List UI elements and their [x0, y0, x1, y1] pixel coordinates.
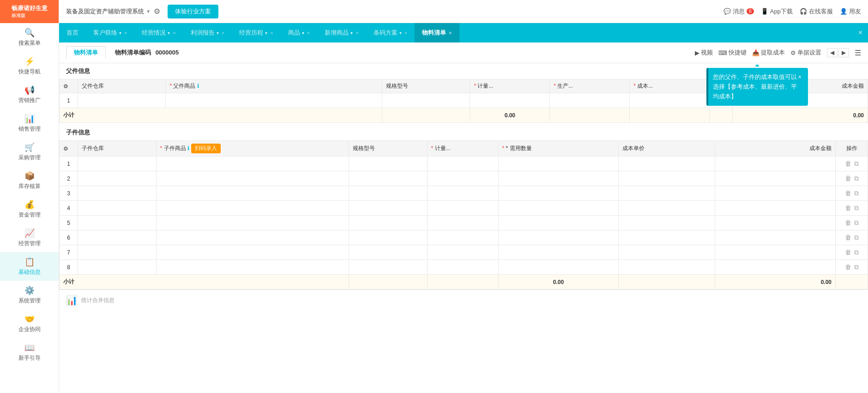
child-row-unit[interactable] [427, 245, 498, 260]
parent-row1-unit[interactable] [470, 93, 550, 108]
copy-icon[interactable]: ⧉ [854, 234, 859, 242]
sidebar-item-search[interactable]: 🔍 搜索菜单 [0, 23, 59, 52]
copy-icon[interactable]: ⧉ [854, 160, 859, 168]
delete-icon[interactable]: 🗑 [845, 160, 851, 168]
child-row-product[interactable] [156, 216, 349, 230]
delete-icon[interactable]: 🗑 [845, 175, 851, 182]
tab-operation-status-close[interactable]: × [173, 30, 175, 36]
child-row-unit[interactable] [427, 216, 498, 230]
message-btn[interactable]: 💬 消息 6 [723, 7, 754, 16]
child-row-spec[interactable] [349, 157, 427, 171]
page-tab-bom-list[interactable]: 物料清单 [66, 46, 106, 59]
child-row-quantity[interactable] [498, 201, 619, 216]
sidebar-item-collab[interactable]: 🤝 企业协同 [0, 309, 59, 338]
tab-operation-history[interactable]: 经营历程 ▾ × [232, 23, 280, 42]
child-row-quantity[interactable] [498, 157, 619, 171]
trial-btn[interactable]: 体验行业方案 [168, 5, 218, 18]
child-row-spec[interactable] [349, 171, 427, 186]
close-all-tabs-btn[interactable]: × [853, 29, 868, 37]
child-row-unit[interactable] [427, 186, 498, 201]
copy-icon[interactable]: ⧉ [854, 204, 859, 212]
sidebar-item-finance[interactable]: 💰 资金管理 [0, 195, 59, 224]
tab-bom[interactable]: 物料清单 × [415, 23, 459, 42]
child-row-unit[interactable] [427, 201, 498, 216]
child-row-product[interactable] [156, 186, 349, 201]
child-row-unit-cost[interactable] [619, 157, 715, 171]
dropdown-arrow-icon[interactable]: ▾ [147, 8, 150, 15]
delete-icon[interactable]: 🗑 [845, 263, 851, 271]
tab-new-product[interactable]: 新增商品 ▾ × [317, 23, 366, 42]
child-row-unit-cost[interactable] [619, 171, 715, 186]
sidebar-item-purchase[interactable]: 🛒 采购管理 [0, 138, 59, 166]
tab-profit[interactable]: 利润报告 ▾ × [183, 23, 232, 42]
delete-icon[interactable]: 🗑 [845, 189, 851, 197]
child-row-quantity[interactable] [498, 230, 619, 245]
tab-barcode-close[interactable]: × [404, 30, 407, 36]
parent-row1-production[interactable] [550, 93, 630, 108]
delete-icon[interactable]: 🗑 [845, 219, 851, 227]
child-row-quantity[interactable] [498, 245, 619, 260]
gear-icon[interactable]: ⚙ [154, 7, 160, 16]
child-row-warehouse[interactable] [78, 216, 157, 230]
scan-btn[interactable]: 扫码录入 [191, 144, 221, 153]
child-row-unit-cost[interactable] [619, 245, 715, 260]
sidebar-item-operation[interactable]: 📈 经营管理 [0, 224, 59, 252]
sidebar-item-sales[interactable]: 📊 销售管理 [0, 109, 59, 138]
tab-bom-close[interactable]: × [449, 30, 452, 36]
sidebar-item-system[interactable]: ⚙️ 系统管理 [0, 281, 59, 309]
list-view-icon[interactable]: ☰ [855, 48, 861, 57]
child-row-spec[interactable] [349, 245, 427, 260]
child-row-unit-cost[interactable] [619, 260, 715, 275]
parent-col-settings[interactable]: ⚙ [60, 79, 78, 93]
parent-row1-spec[interactable] [382, 93, 470, 108]
child-row-unit-cost[interactable] [619, 186, 715, 201]
child-row-quantity[interactable] [498, 171, 619, 186]
child-row-warehouse[interactable] [78, 260, 157, 275]
delete-icon[interactable]: 🗑 [845, 248, 851, 256]
tab-profit-close[interactable]: × [222, 30, 224, 36]
child-row-spec[interactable] [349, 186, 427, 201]
online-service-btn[interactable]: 🎧 在线客服 [800, 7, 833, 16]
child-row-warehouse[interactable] [78, 245, 157, 260]
next-record-btn[interactable]: ▶ [838, 48, 849, 57]
settings-action[interactable]: ⚙ 单据设置 [790, 48, 821, 57]
child-row-spec[interactable] [349, 216, 427, 230]
child-row-product[interactable] [156, 260, 349, 275]
child-row-warehouse[interactable] [78, 186, 157, 201]
child-row-warehouse[interactable] [78, 157, 157, 171]
child-row-product[interactable] [156, 245, 349, 260]
copy-icon[interactable]: ⧉ [854, 175, 859, 182]
child-row-unit-cost[interactable] [619, 230, 715, 245]
child-row-unit[interactable] [427, 171, 498, 186]
prev-record-btn[interactable]: ◀ [827, 48, 838, 57]
child-row-unit[interactable] [427, 157, 498, 171]
sidebar-item-guide[interactable]: 📖 新手引导 [0, 338, 59, 367]
child-row-warehouse[interactable] [78, 230, 157, 245]
view-action[interactable]: ▶ 视频 [695, 48, 713, 57]
child-row-unit-cost[interactable] [619, 216, 715, 230]
child-row-spec[interactable] [349, 260, 427, 275]
child-row-product[interactable] [156, 201, 349, 216]
child-row-spec[interactable] [349, 201, 427, 216]
tab-operation-history-close[interactable]: × [270, 30, 273, 36]
sidebar-item-basicinfo[interactable]: 📋 基础信息 [0, 252, 59, 281]
delete-icon[interactable]: 🗑 [845, 234, 851, 242]
sidebar-item-quicknav[interactable]: ⚡ 快捷导航 [0, 52, 59, 80]
copy-icon[interactable]: ⧉ [854, 189, 859, 197]
child-row-quantity[interactable] [498, 186, 619, 201]
child-col-settings[interactable]: ⚙ [60, 141, 78, 157]
tab-new-product-close[interactable]: × [356, 30, 358, 36]
tooltip-close-btn[interactable]: × [798, 73, 802, 82]
copy-icon[interactable]: ⧉ [854, 263, 859, 271]
child-row-product[interactable] [156, 171, 349, 186]
shortcut-action[interactable]: ⌨ 快捷键 [718, 48, 747, 57]
cost-action[interactable]: 📥 提取成本 [752, 48, 785, 57]
child-row-warehouse[interactable] [78, 201, 157, 216]
parent-row1-cost[interactable] [630, 93, 710, 108]
child-row-quantity[interactable] [498, 260, 619, 275]
copy-icon[interactable]: ⧉ [854, 219, 859, 227]
copy-icon[interactable]: ⧉ [854, 248, 859, 256]
child-row-unit[interactable] [427, 260, 498, 275]
parent-row1-warehouse[interactable] [78, 93, 166, 108]
sidebar-item-marketing[interactable]: 📢 营销推广 [0, 80, 59, 109]
